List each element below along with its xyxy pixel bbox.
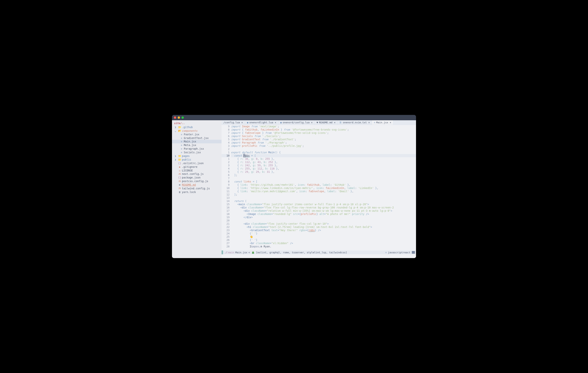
status-position: [412, 251, 415, 254]
file-icon: ⚛: [180, 136, 183, 140]
tab-label: /config.lua: [223, 121, 240, 124]
file-icon: {}: [178, 162, 181, 165]
file-icon: ⚛: [180, 147, 183, 151]
tree-item[interactable]: ◆.gitignore: [172, 165, 221, 169]
tree-item[interactable]: ⚛Main.jsx: [172, 140, 221, 143]
close-icon[interactable]: ✕: [275, 121, 276, 124]
tree-item[interactable]: ⚛Footer.jsx: [172, 133, 221, 136]
close-icon[interactable]: ✕: [334, 121, 336, 124]
file-icon: ⚛: [180, 143, 183, 147]
tab-bar: /config.lua✕◉onenordlight.lua✕◉onenord/c…: [221, 120, 416, 125]
file-name: postcss.config.js: [182, 179, 208, 183]
tree-item[interactable]: ❯📁public: [172, 158, 221, 162]
chevron-icon: ❯: [175, 158, 177, 162]
tree-item[interactable]: ⚛GradientText.jsx: [172, 136, 221, 140]
tab-label: onenord/config.lua: [283, 121, 310, 124]
file-name: pages: [182, 154, 190, 158]
close-icon[interactable]: ✕: [311, 121, 313, 124]
file-icon: ◆: [178, 165, 181, 169]
command-line[interactable]: [221, 254, 416, 258]
status-ornament: 🎄: [250, 251, 256, 254]
file-name: components: [182, 129, 197, 133]
file-name: Paragraph.jsx: [184, 147, 204, 151]
file-icon: 📂: [178, 129, 181, 133]
file-explorer[interactable]: site/.. ❯📁.github⌄📂components⚛Footer.jsx…: [172, 120, 221, 258]
file-name: .gitignore: [182, 165, 197, 169]
tab[interactable]: ▼README.md✕: [315, 120, 337, 125]
close-icon[interactable]: ✕: [368, 121, 370, 124]
file-name: .github: [182, 125, 193, 129]
tree-item[interactable]: ≡README.md: [172, 183, 221, 187]
status-bar: ⎇ main Main.jsx < 🎄 [eslint, graphql, ro…: [221, 251, 416, 254]
editor-pane: /config.lua✕◉onenordlight.lua✕◉onenord/c…: [221, 120, 416, 258]
git-branch: ⎇ main: [223, 251, 235, 254]
file-name: .eslintrc.json: [182, 162, 204, 165]
file-name: GradientText.jsx: [184, 136, 209, 140]
file-icon: ≡: [178, 183, 181, 187]
tree-item[interactable]: ≣yarn.lock: [172, 190, 221, 194]
file-name: Socials.jsx: [184, 151, 201, 154]
close-icon[interactable]: ✕: [390, 121, 391, 124]
status-lsp: [eslint, graphql, rome, tsserver, stylel…: [256, 251, 347, 254]
tab-icon: ▼: [316, 121, 318, 124]
code[interactable]: import Image from 'next/image';import { …: [231, 125, 416, 251]
branch-icon: ⎇: [225, 251, 227, 254]
tree-item[interactable]: ⚛Paragraph.jsx: [172, 147, 221, 151]
titlebar: [172, 115, 416, 120]
tree-item[interactable]: ⚛Socials.jsx: [172, 151, 221, 154]
file-name: next.config.js: [182, 172, 204, 176]
gutter: 9876543211012345678910111213141516171819…: [221, 125, 231, 251]
maximize-window-button[interactable]: [181, 116, 184, 119]
tree-item[interactable]: {}package.json: [172, 176, 221, 179]
close-icon[interactable]: ✕: [241, 121, 243, 124]
file-icon: 📁: [178, 125, 181, 129]
tree-item[interactable]: ⚖LICENSE: [172, 169, 221, 172]
file-name: Meta.jsx: [184, 143, 196, 147]
file-name: yarn.lock: [182, 190, 196, 194]
tree-item[interactable]: ⚛Meta.jsx: [172, 143, 221, 147]
editor-window: site/.. ❯📁.github⌄📂components⚛Footer.jsx…: [172, 115, 416, 258]
traffic-lights: [174, 116, 184, 119]
tab[interactable]: 🗎onenord.nvim.txt✕: [337, 120, 372, 125]
file-icon: JS: [178, 173, 181, 176]
status-chevron: <: [248, 251, 250, 254]
file-name: Footer.jsx: [184, 133, 199, 136]
tab[interactable]: /config.lua✕: [221, 120, 245, 125]
tab[interactable]: ◉onenord/config.lua✕: [278, 120, 315, 125]
tree-item[interactable]: JSpostcss.config.js: [172, 179, 221, 183]
file-icon: ⚛: [180, 133, 183, 136]
tab[interactable]: ◉onenordlight.lua✕: [245, 120, 278, 125]
chevron-icon: ❯: [175, 154, 177, 158]
mode-indicator: [221, 251, 223, 254]
status-filename: Main.jsx: [235, 251, 248, 254]
tree-item[interactable]: JStailwind.config.js: [172, 187, 221, 190]
tree-item[interactable]: ⌄📂components: [172, 129, 221, 133]
tab-icon: ◉: [247, 121, 248, 124]
status-filetype: ⚛ javascriptreact: [385, 251, 410, 254]
file-icon: ⚛: [180, 140, 183, 143]
minimize-window-button[interactable]: [178, 116, 180, 119]
file-icon: 📁: [178, 154, 181, 158]
tab-label: README.md: [319, 121, 332, 124]
explorer-root: site/..: [172, 121, 221, 125]
file-name: README.md: [182, 183, 196, 187]
tree-item[interactable]: ❯📁pages: [172, 154, 221, 158]
file-name: package.json: [182, 176, 200, 179]
tree-item[interactable]: {}.eslintrc.json: [172, 162, 221, 165]
chevron-icon: ❯: [175, 125, 177, 129]
file-icon: {}: [178, 176, 181, 179]
file-name: Main.jsx: [184, 140, 196, 143]
tree-item[interactable]: JSnext.config.js: [172, 172, 221, 176]
tab-label: Main.jsx: [376, 121, 388, 124]
main-area: site/.. ❯📁.github⌄📂components⚛Footer.jsx…: [172, 120, 416, 258]
file-icon: 📁: [178, 158, 181, 162]
file-icon: JS: [178, 180, 181, 183]
file-name: tailwind.config.js: [182, 187, 210, 190]
tab-label: onenordlight.lua: [249, 121, 273, 124]
code-area[interactable]: 9876543211012345678910111213141516171819…: [221, 125, 416, 251]
tab-label: onenord.nvim.txt: [343, 121, 367, 124]
tree-item[interactable]: ❯📁.github: [172, 125, 221, 129]
tab[interactable]: ⚛Main.jsx✕: [372, 120, 393, 125]
close-window-button[interactable]: [174, 116, 176, 119]
filetype-icon: ⚛: [385, 251, 387, 254]
